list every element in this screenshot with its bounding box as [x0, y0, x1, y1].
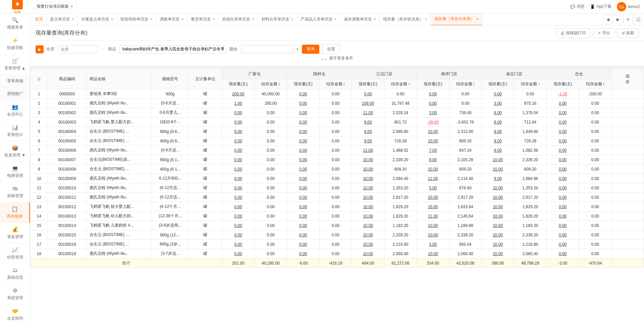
tab-otherout[interactable]: 其他出库单历史 ✕: [219, 13, 258, 26]
sidebar-item-purchase[interactable]: 🛍 采购管理: [0, 182, 30, 202]
tab-home[interactable]: 首页: [32, 13, 47, 26]
cell-mountain-stock[interactable]: 0.00: [287, 99, 319, 108]
cell-total-stock[interactable]: -1.00: [546, 89, 579, 99]
sidebar-item-retail[interactable]: 🛒 零售管理 ▲: [0, 54, 30, 75]
close-icon[interactable]: ✕: [150, 17, 153, 21]
cell-yube-stock[interactable]: 10.00: [482, 240, 514, 249]
cell-yube-stock[interactable]: 10.00: [482, 165, 514, 174]
cell-nanan-stock[interactable]: 0.00: [417, 89, 449, 99]
cell-nanan-stock[interactable]: 10.00: [417, 230, 449, 240]
warehouse-input[interactable]: [58, 45, 98, 53]
cell-yube-stock[interactable]: 3.00: [482, 99, 514, 108]
sidebar-item-member[interactable]: 👥 会员中心: [0, 100, 30, 121]
close-icon[interactable]: ✕: [425, 17, 427, 21]
cell-nanan-stock[interactable]: 3.00: [417, 240, 449, 249]
cell-mountain-stock[interactable]: 0.00: [287, 221, 319, 230]
sidebar-item-ecom[interactable]: 💻 电商管理: [0, 162, 30, 182]
sidebar-item-inventory[interactable]: 📋 库存核算: [0, 202, 30, 223]
sidebar-item-corp[interactable]: 🤝 企业协同: [0, 305, 30, 324]
refresh-button[interactable]: ↺ 刷新: [617, 28, 639, 38]
cell-total-stock[interactable]: 0.00: [546, 212, 579, 221]
export-button[interactable]: ↗ 导出: [593, 28, 614, 38]
sidebar-item-search[interactable]: 🔍 搜索英单: [0, 13, 30, 34]
cell-factory-stock[interactable]: 0.00: [222, 174, 255, 183]
cell-total-stock[interactable]: 0.00: [546, 155, 579, 165]
cell-nanan-stock[interactable]: 7.00: [417, 146, 449, 155]
message-action[interactable]: 💬 消息: [570, 4, 585, 9]
expand-conditions-button[interactable]: ⌄⌄ 展开更多条件: [36, 54, 639, 62]
close-icon[interactable]: ✕: [71, 17, 74, 21]
cell-mountain-stock[interactable]: 0.00: [287, 240, 319, 249]
search-button[interactable]: 查询: [302, 45, 319, 54]
close-icon[interactable]: ✕: [291, 17, 293, 21]
cell-total-stock[interactable]: 0.00: [546, 99, 579, 108]
close-icon[interactable]: ✕: [373, 17, 376, 21]
cell-total-stock[interactable]: 0.00: [546, 240, 579, 249]
cell-nanan-stock[interactable]: -39.00: [417, 118, 449, 127]
cell-mountain-stock[interactable]: 0.00: [287, 136, 319, 146]
cell-yube-stock[interactable]: 10.00: [482, 230, 514, 240]
cell-yube-stock[interactable]: 9.00: [482, 174, 514, 183]
tab-stocktake[interactable]: 盘点单历史 ✕: [47, 13, 78, 26]
sidebar-item-retail-stat[interactable]: 📊 零售统计: [0, 121, 30, 141]
cell-nanan-stock[interactable]: 9.00: [417, 155, 449, 165]
cell-nanan-stock[interactable]: 10.00: [417, 193, 449, 202]
cell-nanan-stock[interactable]: 11.00: [417, 212, 449, 221]
cell-jiangbei-stock[interactable]: 9.00: [352, 118, 384, 127]
cell-factory-stock[interactable]: 0.00: [222, 127, 255, 136]
tab-expand-button[interactable]: ⬜: [633, 15, 643, 24]
cell-jiangbei-stock[interactable]: 9.00: [352, 127, 384, 136]
cell-yube-stock[interactable]: 10.00: [482, 193, 514, 202]
cell-yube-stock[interactable]: 8.00: [482, 118, 514, 127]
cell-jiangbei-stock[interactable]: 10.00: [352, 193, 384, 202]
cell-nanan-stock[interactable]: 0.00: [417, 99, 449, 108]
industry-selector[interactable]: 母婴行业演示陈套 ▼: [34, 2, 76, 11]
sidebar-item-marketing[interactable]: 营销推广: [0, 88, 30, 100]
cell-yube-stock[interactable]: 10.00: [482, 221, 514, 230]
cell-factory-stock[interactable]: 0.00: [222, 108, 255, 118]
tab-inventory1[interactable]: 现存量（库存状况表） ✕: [380, 13, 431, 26]
cell-mountain-stock[interactable]: 0.00: [287, 118, 319, 127]
cell-mountain-stock[interactable]: 0.00: [287, 146, 319, 155]
product-input[interactable]: [119, 45, 227, 53]
cell-yube-stock[interactable]: 0.00: [482, 89, 514, 99]
cell-mountain-stock[interactable]: 0.00: [287, 155, 319, 165]
cell-mountain-stock[interactable]: 0.00: [287, 89, 319, 99]
cell-yube-stock[interactable]: 10.00: [482, 202, 514, 212]
cell-mountain-stock[interactable]: 0.00: [287, 174, 319, 183]
cell-factory-stock[interactable]: 0.00: [222, 249, 255, 259]
app-download-action[interactable]: 📱 App下载: [590, 4, 611, 9]
cell-jiangbei-stock[interactable]: 9.00: [352, 136, 384, 146]
sidebar-item-system[interactable]: ⚙ 系统管理: [0, 284, 30, 305]
warehouse-dots-button[interactable]: ···: [99, 47, 105, 52]
cell-nanan-stock[interactable]: 10.00: [417, 165, 449, 174]
cell-factory-stock[interactable]: 0.00: [222, 136, 255, 146]
cell-jiangbei-stock[interactable]: 10.00: [352, 174, 384, 183]
cell-jiangbei-stock[interactable]: 11.00: [352, 108, 384, 118]
sidebar-item-wholesale[interactable]: 📦 批发管理 ▼: [0, 141, 30, 162]
cell-mountain-stock[interactable]: 0.00: [287, 108, 319, 118]
cell-nanan-stock[interactable]: 10.00: [417, 136, 449, 146]
sidebar-item-quicknav[interactable]: ⚡ 快捷导航: [0, 34, 30, 54]
cell-total-stock[interactable]: 0.00: [546, 146, 579, 155]
cell-total-stock[interactable]: 0.00: [546, 127, 579, 136]
tab-costadjust[interactable]: 成本调整单历史 ✕: [340, 13, 380, 26]
collapse-button[interactable]: ▶: [36, 45, 44, 53]
cell-total-stock[interactable]: 0.00: [546, 183, 579, 193]
close-icon[interactable]: ✕: [252, 17, 254, 21]
cell-mountain-stock[interactable]: 0.00: [287, 127, 319, 136]
cell-jiangbei-stock[interactable]: 10.00: [352, 230, 384, 240]
cell-factory-stock[interactable]: 0.00: [222, 165, 255, 174]
cell-jiangbei-stock[interactable]: 10.00: [352, 165, 384, 174]
cell-nanan-stock[interactable]: 10.00: [417, 249, 449, 259]
cell-jiangbei-stock[interactable]: 10.00: [352, 155, 384, 165]
close-icon[interactable]: ✕: [111, 17, 113, 21]
tab-requisition[interactable]: 要货单历史 ✕: [187, 13, 219, 26]
close-icon[interactable]: ✕: [181, 17, 184, 21]
cell-nanan-stock[interactable]: 3.00: [417, 108, 449, 118]
cell-factory-stock[interactable]: 0.00: [222, 146, 255, 155]
cell-total-stock[interactable]: 0.00: [546, 118, 579, 127]
cell-total-stock[interactable]: 0.00: [546, 202, 579, 212]
cell-jiangbei-stock[interactable]: 10.00: [352, 221, 384, 230]
cell-factory-stock[interactable]: 0.00: [222, 118, 255, 127]
